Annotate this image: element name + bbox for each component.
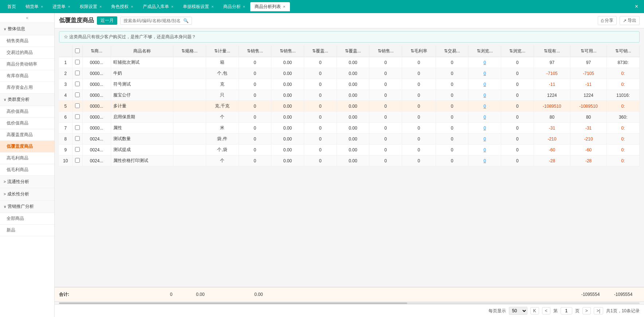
cell-name: 启用保质期 [111, 112, 173, 123]
cell-sales-qty: 0 [239, 144, 271, 155]
col-sales-qty[interactable]: ⇅销售... [239, 45, 271, 57]
row-checkbox[interactable] [75, 92, 80, 97]
cell-cover1: 0 [304, 144, 337, 155]
cell-current: -1089510 [534, 101, 570, 112]
col-cover1[interactable]: ⇅覆盖... [304, 45, 337, 57]
col-unit[interactable]: ⇅计量... [206, 45, 239, 57]
cell-browse1[interactable]: 0 [468, 79, 501, 90]
sidebar-item-high-coverage[interactable]: 高覆盖度商品 [0, 129, 54, 141]
sidebar-item-high-margin[interactable]: 高毛利商品 [0, 152, 54, 164]
close-icon[interactable]: × [243, 4, 245, 9]
row-checkbox[interactable] [75, 125, 80, 130]
cell-sellable: 360: [607, 112, 640, 123]
cell-browse1[interactable]: 0 [468, 90, 501, 101]
nav-roles[interactable]: 角色授权 × [107, 2, 137, 11]
search-icon[interactable]: 🔍 [183, 18, 189, 23]
close-icon[interactable]: × [99, 4, 102, 9]
col-available[interactable]: ⇅可用... [570, 45, 607, 57]
sidebar-item-sales-goods[interactable]: 销售类商品 [0, 35, 54, 47]
sidebar-item-low-coverage[interactable]: 低覆盖度商品 [0, 141, 54, 152]
cell-code: 0000... [82, 101, 111, 112]
sidebar-item-new-goods[interactable]: 新品 [0, 225, 54, 236]
cell-current: -210 [534, 134, 570, 144]
sidebar-section-liquidity[interactable]: > 流通性分析 [0, 176, 54, 188]
nav-goods-analysis[interactable]: 商品分析 × [219, 2, 250, 11]
sidebar-item-low-value[interactable]: 低价值商品 [0, 118, 54, 129]
close-icon[interactable]: × [171, 4, 173, 9]
sidebar-item-low-margin[interactable]: 低毛利商品 [0, 164, 54, 176]
nav-purchase[interactable]: 进货单 × [48, 2, 74, 11]
cell-browse1[interactable]: 0 [468, 112, 501, 123]
page-size-select[interactable]: 50 10 20 100 [509, 307, 527, 315]
close-icon[interactable]: × [283, 4, 285, 9]
cell-available: 80 [570, 112, 607, 123]
col-name[interactable]: 商品名称 [111, 45, 173, 57]
row-checkbox[interactable] [75, 158, 80, 163]
cell-browse1[interactable]: 0 [468, 144, 501, 155]
cell-browse1[interactable]: 0 [468, 134, 501, 144]
sidebar-section-cluster[interactable]: ∨ 类群度分析 [0, 94, 54, 106]
col-sales-amt[interactable]: ⇅销售... [271, 45, 304, 57]
cell-browse1[interactable]: 0 [468, 68, 501, 79]
col-sellable[interactable]: ⇅可销... [607, 45, 640, 57]
close-icon[interactable]: × [131, 4, 133, 9]
nav-sales[interactable]: 销货单 × [21, 2, 47, 11]
nav-home[interactable]: 首页 [3, 2, 20, 11]
sidebar-collapse-button[interactable]: « [0, 13, 54, 23]
col-sales3[interactable]: ⇅销售... [369, 45, 402, 57]
close-icon[interactable]: × [41, 4, 43, 9]
col-spec[interactable]: ⇅规格... [173, 45, 206, 57]
close-icon[interactable]: × [211, 4, 213, 9]
select-all-checkbox[interactable] [75, 48, 80, 53]
row-checkbox[interactable] [75, 71, 80, 75]
cell-browse1[interactable]: 0 [468, 101, 501, 112]
cell-sales-qty: 0 [239, 155, 271, 166]
row-checkbox[interactable] [75, 114, 80, 119]
sidebar-item-stock-capital[interactable]: 库存资金占用 [0, 82, 54, 94]
row-checkbox[interactable] [75, 60, 80, 64]
cell-name: 牛奶 [111, 68, 173, 79]
sidebar-section-overall[interactable]: ∨ 整体信息 [0, 23, 54, 35]
col-browse2[interactable]: ⇅浏览... [501, 45, 534, 57]
sidebar-section-marketing[interactable]: ∨ 营销推广分析 [0, 201, 54, 213]
sidebar-section-growth[interactable]: > 成长性分析 [0, 188, 54, 201]
nav-finished-goods[interactable]: 产成品入库单 × [138, 2, 178, 11]
col-current[interactable]: ⇅现有... [534, 45, 570, 57]
cell-browse1[interactable]: 0 [468, 155, 501, 166]
window-close-button[interactable]: × [632, 2, 641, 11]
sort-icon: ⇅ [444, 48, 448, 54]
sidebar-item-traded-goods[interactable]: 交易过的商品 [0, 47, 54, 59]
row-checkbox[interactable] [75, 103, 80, 108]
prev-page-button[interactable]: < [542, 307, 550, 314]
first-page-button[interactable]: K [530, 307, 539, 314]
col-cover2[interactable]: ⇅覆盖... [337, 45, 369, 57]
row-checkbox[interactable] [75, 147, 80, 152]
cell-name: 服宝公仔 [111, 90, 173, 101]
row-checkbox[interactable] [75, 82, 80, 86]
close-icon[interactable]: × [68, 4, 70, 9]
sidebar-item-high-value[interactable]: 高价值商品 [0, 106, 54, 118]
cell-browse1[interactable]: 0 [468, 123, 501, 134]
share-button[interactable]: ⎙ 分享 [598, 16, 617, 25]
col-trade[interactable]: ⇅交易... [436, 45, 468, 57]
sidebar-item-category-rate[interactable]: 商品分类动销率 [0, 59, 54, 70]
nav-goods-analysis-list[interactable]: 商品分析列表 × [250, 2, 290, 11]
cell-checkbox [72, 79, 82, 90]
search-input[interactable] [123, 18, 182, 23]
col-code[interactable]: ⇅商... [82, 45, 111, 57]
nav-permissions[interactable]: 权限设置 × [75, 2, 106, 11]
sidebar-item-in-stock[interactable]: 有库存商品 [0, 70, 54, 82]
cell-checkbox [72, 101, 82, 112]
col-gross[interactable]: ⇅毛利率 [402, 45, 436, 57]
nav-template[interactable]: 单据模板设置 × [178, 2, 218, 11]
col-browse1[interactable]: ⇅浏览... [468, 45, 501, 57]
cell-browse1[interactable]: 0 [468, 57, 501, 68]
page-number-input[interactable] [561, 307, 572, 314]
search-box: 🔍 [120, 17, 192, 25]
row-checkbox[interactable] [75, 136, 80, 141]
period-button[interactable]: 近一月 [97, 16, 117, 25]
next-page-button[interactable]: > [582, 307, 591, 314]
last-page-button[interactable]: >| [594, 307, 603, 314]
sidebar-item-all-goods[interactable]: 全部商品 [0, 213, 54, 225]
export-button[interactable]: ↗ 导出 [620, 16, 640, 25]
